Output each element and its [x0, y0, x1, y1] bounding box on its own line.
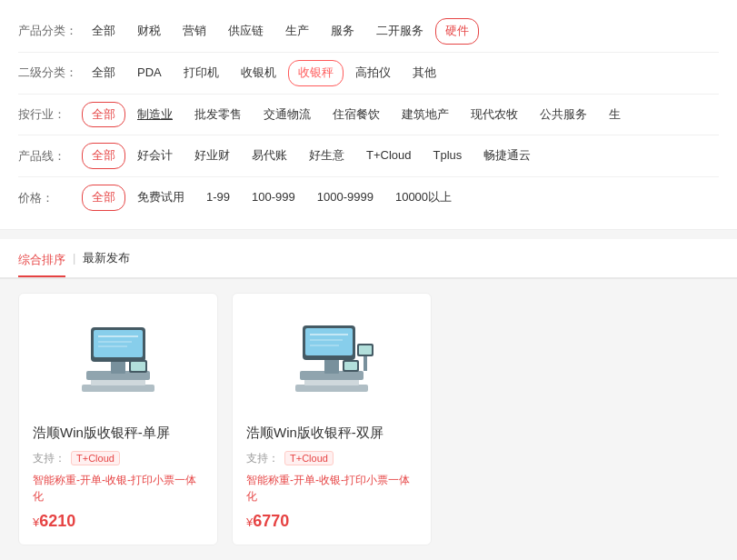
product-name-2: 浩顺Win版收银秤-双屏 — [246, 423, 417, 442]
svg-rect-5 — [94, 330, 143, 357]
cat-all[interactable]: 全部 — [82, 18, 125, 45]
price-items: 全部 免费试用 1-99 100-999 1000-9999 10000以上 — [82, 185, 462, 211]
product-category-label: 产品分类： — [18, 23, 82, 39]
filter-section: 产品分类： 全部 财税 营销 供应链 生产 服务 二开服务 硬件 二级分类： 全… — [0, 0, 737, 230]
line-finance[interactable]: 好业财 — [184, 143, 240, 169]
cat-marketing[interactable]: 营销 — [173, 18, 216, 45]
line-tcloud[interactable]: T+Cloud — [356, 143, 422, 169]
product-line-label: 产品线： — [18, 148, 82, 165]
product-name-1: 浩顺Win版收银秤-单屏 — [33, 423, 204, 442]
product-support-2: 支持： T+Cloud — [246, 451, 417, 466]
industry-items: 全部 制造业 批发零售 交通物流 住宿餐饮 建筑地产 现代农牧 公共服务 生 — [82, 102, 631, 128]
product-support-1: 支持： T+Cloud — [33, 451, 204, 466]
line-bookkeeping[interactable]: 易代账 — [242, 143, 297, 169]
ind-wholesale[interactable]: 批发零售 — [184, 102, 252, 128]
products-area: 浩顺Win版收银秤-单屏 支持： T+Cloud 智能称重-开单-收银-打印小票… — [0, 279, 737, 559]
price-label: 价格： — [18, 190, 82, 206]
svg-rect-16 — [305, 328, 353, 355]
svg-rect-10 — [131, 362, 145, 371]
svg-rect-21 — [359, 345, 372, 355]
sub-scale[interactable]: 收银秤 — [288, 60, 344, 86]
pos-terminal-icon-2 — [277, 316, 386, 407]
products-grid: 浩顺Win版收银秤-单屏 支持： T+Cloud 智能称重-开单-收银-打印小票… — [18, 293, 719, 545]
price-100-999[interactable]: 100-999 — [242, 185, 305, 211]
sub-pda[interactable]: PDA — [127, 60, 172, 86]
cat-supply[interactable]: 供应链 — [218, 18, 274, 45]
cat-service[interactable]: 服务 — [321, 18, 364, 45]
support-label-1: 支持： — [33, 451, 65, 466]
support-label-2: 支持： — [246, 451, 279, 466]
sub-other[interactable]: 其他 — [403, 60, 446, 86]
ind-hospitality[interactable]: 住宿餐饮 — [323, 102, 390, 128]
ind-logistics[interactable]: 交通物流 — [254, 102, 321, 128]
product-desc-1: 智能称重-开单-收银-打印小票一体化 — [33, 472, 204, 505]
price-number-2: 6770 — [253, 512, 289, 530]
sub-all[interactable]: 全部 — [82, 60, 125, 86]
ind-realestate[interactable]: 建筑地产 — [392, 102, 459, 128]
product-line-items: 全部 好会计 好业财 易代账 好生意 T+Cloud Tplus 畅捷通云 — [82, 143, 541, 169]
cat-hardware[interactable]: 硬件 — [435, 18, 479, 45]
sub-category-label: 二级分类： — [18, 65, 82, 81]
industry-row: 按行业： 全部 制造业 批发零售 交通物流 住宿餐饮 建筑地产 现代农牧 公共服… — [18, 95, 719, 136]
line-accountant[interactable]: 好会计 — [127, 143, 183, 169]
sort-divider: | — [73, 251, 75, 265]
price-row: 价格： 全部 免费试用 1-99 100-999 1000-9999 10000… — [18, 177, 719, 218]
line-all[interactable]: 全部 — [82, 143, 125, 169]
ind-manufacturing[interactable]: 制造业 — [127, 102, 183, 128]
industry-label: 按行业： — [18, 106, 82, 123]
pos-terminal-icon-1 — [64, 316, 173, 407]
product-card-1[interactable]: 浩顺Win版收银秤-单屏 支持： T+Cloud 智能称重-开单-收银-打印小票… — [18, 293, 218, 545]
line-business[interactable]: 好生意 — [299, 143, 354, 169]
cat-dev-service[interactable]: 二开服务 — [366, 18, 433, 45]
ind-public[interactable]: 公共服务 — [530, 102, 597, 128]
product-category-row: 产品分类： 全部 财税 营销 供应链 生产 服务 二开服务 硬件 — [18, 11, 719, 53]
ind-all[interactable]: 全部 — [82, 102, 125, 128]
price-10000-plus[interactable]: 10000以上 — [385, 185, 462, 211]
line-changjie[interactable]: 畅捷通云 — [473, 143, 541, 169]
sub-category-items: 全部 PDA 打印机 收银机 收银秤 高拍仪 其他 — [82, 60, 446, 86]
product-desc-2: 智能称重-开单-收银-打印小票一体化 — [246, 472, 417, 505]
product-image-2 — [246, 312, 417, 412]
sort-comprehensive[interactable]: 综合排序 — [18, 248, 65, 277]
cat-finance[interactable]: 财税 — [127, 18, 171, 45]
sub-printer[interactable]: 打印机 — [174, 60, 229, 86]
svg-rect-0 — [82, 385, 154, 392]
price-all[interactable]: 全部 — [82, 185, 125, 211]
product-price-2: ¥6770 — [246, 512, 417, 531]
svg-rect-11 — [295, 385, 368, 392]
price-1-99[interactable]: 1-99 — [196, 185, 240, 211]
sub-cashier[interactable]: 收银机 — [231, 60, 286, 86]
product-category-items: 全部 财税 营销 供应链 生产 服务 二开服务 硬件 — [82, 18, 479, 45]
price-number-1: 6210 — [39, 512, 75, 530]
support-tag-1: T+Cloud — [71, 451, 120, 465]
price-1000-9999[interactable]: 1000-9999 — [307, 185, 383, 211]
sort-latest[interactable]: 最新发布 — [83, 246, 130, 270]
ind-more[interactable]: 生 — [599, 102, 631, 128]
product-card-2[interactable]: 浩顺Win版收银秤-双屏 支持： T+Cloud 智能称重-开单-收银-打印小票… — [232, 293, 432, 545]
svg-rect-24 — [344, 362, 357, 370]
product-price-1: ¥6210 — [33, 512, 204, 531]
svg-rect-22 — [364, 356, 367, 371]
support-tag-2: T+Cloud — [284, 451, 334, 465]
ind-agriculture[interactable]: 现代农牧 — [461, 102, 528, 128]
sub-category-row: 二级分类： 全部 PDA 打印机 收银机 收银秤 高拍仪 其他 — [18, 53, 719, 95]
product-line-row: 产品线： 全部 好会计 好业财 易代账 好生意 T+Cloud Tplus 畅捷… — [18, 135, 719, 177]
sort-bar: 综合排序 | 最新发布 — [0, 239, 737, 279]
product-image-1 — [33, 312, 204, 412]
price-free[interactable]: 免费试用 — [127, 185, 194, 211]
sub-camera[interactable]: 高拍仪 — [345, 60, 401, 86]
cat-production[interactable]: 生产 — [275, 18, 319, 45]
line-tplus[interactable]: Tplus — [423, 143, 473, 169]
